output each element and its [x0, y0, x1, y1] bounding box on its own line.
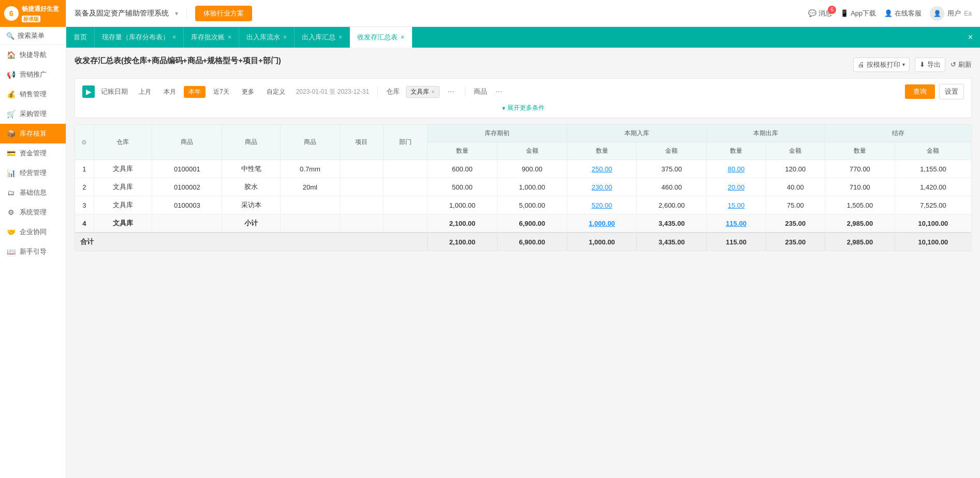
- date-btn-prev-month[interactable]: 上月: [134, 86, 156, 98]
- filter-expand-button[interactable]: ▶: [82, 85, 95, 98]
- sidebar-item-purchase[interactable]: 🛒 采购管理: [0, 104, 66, 124]
- sidebar-item-collab[interactable]: 🤝 企业协同: [0, 222, 66, 242]
- cell-init-qty: 2,100.00: [428, 214, 498, 233]
- data-table-container: ⚙ 仓库 商品 商品 商品 项目 部门 库存期初 本期入库 本期出库 结存: [75, 124, 972, 251]
- sidebar-item-basic-info[interactable]: 🗂 基础信息: [0, 183, 66, 202]
- sidebar-item-guide[interactable]: 📖 新手引导: [0, 242, 66, 262]
- online-service-button[interactable]: 👤 在线客服: [884, 9, 922, 18]
- goods-filter-more-icon[interactable]: ···: [493, 87, 504, 96]
- table-header-name: 商品: [222, 125, 281, 160]
- cell-spec: 20ml: [281, 178, 340, 196]
- cell-out-amt: 75.00: [766, 196, 825, 214]
- service-icon: 👤: [884, 9, 893, 17]
- cell-balance-amt: 7,525.00: [895, 196, 971, 214]
- cell-out-amt: 120.00: [766, 160, 825, 178]
- sidebar-item-finance[interactable]: 💳 资金管理: [0, 143, 66, 163]
- printer-icon: 🖨: [858, 61, 865, 68]
- tab-inventory-dist[interactable]: 现存量（库存分布表） ×: [95, 27, 184, 48]
- sidebar-item-label: 快捷导航: [20, 50, 47, 60]
- sidebar-item-inventory[interactable]: 📦 库存核算: [0, 124, 66, 143]
- cell-init-qty: 1,000.00: [428, 196, 498, 214]
- home-icon: 🏠: [6, 50, 16, 60]
- footer-in-qty: 1,000.00: [567, 233, 637, 251]
- sidebar-item-label: 采购管理: [20, 109, 47, 119]
- table-header-dept: 部门: [384, 125, 428, 160]
- table-subheader-balance-qty: 数量: [825, 142, 895, 160]
- cell-balance-qty: 1,505.00: [825, 196, 895, 214]
- export-button[interactable]: ⬇ 导出: [915, 57, 945, 72]
- message-button[interactable]: 💬 消息 6: [808, 9, 832, 18]
- date-options: 上月 本月 本年 近7天 更多 自定义: [134, 86, 290, 98]
- system-icon: ⚙: [6, 208, 16, 217]
- tab-close-icon[interactable]: ×: [401, 34, 404, 41]
- refresh-button[interactable]: ↺ 刷新: [950, 60, 972, 69]
- cell-spec: [281, 196, 340, 214]
- tab-close-icon[interactable]: ×: [283, 34, 287, 41]
- system-title-dropdown-icon[interactable]: ▾: [175, 10, 178, 17]
- cell-out-qty[interactable]: 15.00: [707, 196, 766, 214]
- cell-out-qty[interactable]: 80.00: [707, 160, 766, 178]
- tab-close-icon[interactable]: ×: [228, 34, 231, 41]
- warehouse-filter-more-icon[interactable]: ···: [446, 87, 457, 96]
- tab-inout-summary[interactable]: 出入库汇总 ×: [295, 27, 350, 48]
- cell-in-qty[interactable]: 230.00: [567, 178, 637, 196]
- app-download-button[interactable]: 📱 App下载: [840, 9, 876, 18]
- cell-spec: [281, 214, 340, 233]
- tab-close-icon[interactable]: ×: [339, 34, 342, 41]
- main-content: 装备及固定资产辅助管理系统 ▾ 体验行业方案 💬 消息 6 📱 App下载 👤 …: [66, 0, 980, 478]
- table-subheader-out-qty: 数量: [707, 142, 766, 160]
- cell-in-amt: 3,435.00: [637, 214, 707, 233]
- cell-in-qty[interactable]: 250.00: [567, 160, 637, 178]
- cell-in-qty[interactable]: 1,000.00: [567, 214, 637, 233]
- cell-init-amt: 900.00: [497, 160, 567, 178]
- cell-seq: 2: [75, 178, 94, 196]
- cell-balance-qty: 2,985.00: [825, 214, 895, 233]
- table-header-code: 商品: [152, 125, 222, 160]
- sidebar-item-system[interactable]: ⚙ 系统管理: [0, 202, 66, 222]
- cell-code: [152, 214, 222, 233]
- user-area[interactable]: 👤 用户 Ea: [930, 6, 972, 21]
- sidebar-item-sales[interactable]: 💰 销售管理: [0, 84, 66, 104]
- tab-bar-close-icon[interactable]: ×: [961, 33, 980, 42]
- sidebar-item-label: 基础信息: [20, 188, 47, 197]
- table-header-warehouse: 仓库: [94, 125, 152, 160]
- cell-out-amt: 235.00: [766, 214, 825, 233]
- top-header-left: 装备及固定资产辅助管理系统 ▾ 体验行业方案: [75, 6, 252, 21]
- query-button[interactable]: 查询: [905, 84, 935, 99]
- content-header: 收发存汇总表(按仓库+商品编码+商品+规格型号+项目+部门) 🖨 按模板打印 ▾…: [75, 56, 972, 73]
- table-subheader-init-amt: 金额: [497, 142, 567, 160]
- cell-out-qty[interactable]: 115.00: [707, 214, 766, 233]
- system-title: 装备及固定资产辅助管理系统: [75, 9, 169, 18]
- cell-seq: 1: [75, 160, 94, 178]
- date-btn-more[interactable]: 更多: [237, 86, 259, 98]
- cell-out-qty[interactable]: 20.00: [707, 178, 766, 196]
- sidebar-item-quick-nav[interactable]: 🏠 快捷导航: [0, 45, 66, 65]
- filter-right-actions: 查询 设置: [905, 84, 964, 99]
- purchase-icon: 🛒: [6, 109, 16, 119]
- cell-name: 中性笔: [222, 160, 281, 178]
- cell-init-amt: 5,000.00: [497, 196, 567, 214]
- tab-inout-flow[interactable]: 出入库流水 ×: [239, 27, 295, 48]
- sidebar-item-management[interactable]: 📊 经营管理: [0, 163, 66, 183]
- date-btn-this-year[interactable]: 本年: [184, 86, 206, 98]
- warehouse-tag-close-icon[interactable]: ×: [431, 89, 434, 95]
- sidebar-search[interactable]: 🔍 搜索菜单: [0, 27, 66, 45]
- filter-setting-button[interactable]: 设置: [939, 84, 964, 99]
- print-button[interactable]: 🖨 按模板打印 ▾: [853, 57, 910, 72]
- tab-home[interactable]: 首页: [66, 27, 95, 48]
- trial-button[interactable]: 体验行业方案: [195, 6, 252, 21]
- cell-project: [340, 160, 384, 178]
- cell-in-qty[interactable]: 520.00: [567, 196, 637, 214]
- warehouse-tag[interactable]: 文具库 ×: [406, 86, 439, 98]
- date-btn-custom[interactable]: 自定义: [262, 86, 290, 98]
- cell-name: 胶水: [222, 178, 281, 196]
- sidebar-item-marketing[interactable]: 📢 营销推广: [0, 65, 66, 84]
- date-btn-this-month[interactable]: 本月: [159, 86, 181, 98]
- tab-close-icon[interactable]: ×: [172, 34, 176, 41]
- expand-more-button[interactable]: ▾ 展开更多条件: [502, 104, 545, 112]
- tab-batch[interactable]: 库存批次账 ×: [184, 27, 239, 48]
- tab-receive-issue-summary[interactable]: 收发存汇总表 ×: [350, 27, 412, 48]
- date-btn-7days[interactable]: 近7天: [209, 86, 234, 98]
- gear-icon[interactable]: ⚙: [81, 139, 87, 146]
- cell-init-qty: 600.00: [428, 160, 498, 178]
